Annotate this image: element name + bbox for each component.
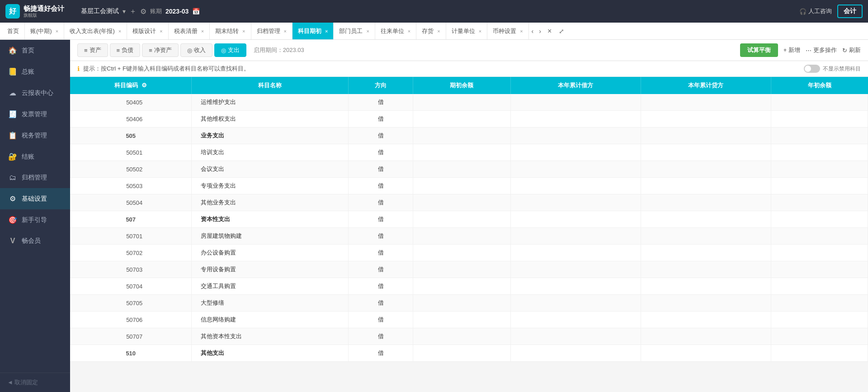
tab-ledger[interactable]: 账(中期) × bbox=[25, 23, 64, 40]
sidebar-item-archive[interactable]: 🗂 归档管理 bbox=[0, 167, 70, 188]
table-row[interactable]: 507 资本性支出 借 bbox=[70, 211, 868, 228]
filter-tab-net-assets[interactable]: ≡ 净资产 bbox=[142, 43, 179, 57]
sidebar-item-member[interactable]: V 畅会员 bbox=[0, 231, 70, 251]
tab-unit-close[interactable]: × bbox=[479, 28, 481, 34]
home-icon: 🏠 bbox=[8, 46, 17, 55]
sidebar-item-invoice[interactable]: 🧾 发票管理 bbox=[0, 104, 70, 125]
refresh-icon: ↻ bbox=[842, 47, 847, 54]
tab-unit[interactable]: 计量单位 × bbox=[446, 23, 487, 40]
tab-period-transfer-close[interactable]: × bbox=[242, 28, 245, 34]
liabilities-icon: ≡ bbox=[117, 47, 120, 54]
cell-opening-balance bbox=[413, 161, 510, 178]
table-row[interactable]: 50504 其他业务支出 借 bbox=[70, 194, 868, 211]
tab-period-transfer[interactable]: 期末结转 × bbox=[210, 23, 251, 40]
add-company-button[interactable]: ＋ bbox=[129, 7, 137, 16]
cell-direction: 借 bbox=[349, 228, 413, 245]
table-row[interactable]: 50406 其他维权支出 借 bbox=[70, 111, 868, 128]
tab-subject-initial-close[interactable]: × bbox=[325, 28, 328, 34]
refresh-button[interactable]: ↻ 刷新 bbox=[842, 46, 861, 54]
cell-year-opening bbox=[771, 194, 868, 211]
table-row[interactable]: 50502 会议支出 借 bbox=[70, 161, 868, 178]
cell-ytd-credit bbox=[641, 328, 771, 345]
table-row[interactable]: 505 业务支出 借 bbox=[70, 128, 868, 144]
tab-currency[interactable]: 币种设置 × bbox=[487, 23, 528, 40]
cell-opening-balance bbox=[413, 245, 510, 261]
table-row[interactable]: 50704 交通工具购置 借 bbox=[70, 278, 868, 295]
period-hint: 启用期间：2023.03 bbox=[254, 46, 304, 54]
table-row[interactable]: 50707 其他资本性支出 借 bbox=[70, 328, 868, 345]
table-row[interactable]: 510 其他支出 借 bbox=[70, 345, 868, 362]
table-row[interactable]: 50405 运维维护支出 借 bbox=[70, 94, 868, 111]
tab-ledger-close[interactable]: × bbox=[56, 28, 58, 34]
cell-code: 50703 bbox=[70, 261, 192, 278]
tab-subject-initial[interactable]: 科目期初 × bbox=[292, 23, 334, 40]
table-row[interactable]: 50701 房屋建筑物购建 借 bbox=[70, 228, 868, 245]
cell-year-opening bbox=[771, 161, 868, 178]
sidebar-item-cloud-report[interactable]: ☁ 云报表中心 bbox=[0, 82, 70, 104]
tab-home[interactable]: 首页 bbox=[2, 23, 25, 40]
cell-opening-balance bbox=[413, 261, 510, 278]
filter-tab-assets[interactable]: ≡ 资产 bbox=[77, 43, 108, 57]
checkout-icon: 🔐 bbox=[8, 152, 17, 161]
toggle-disabled-subjects[interactable]: 不显示禁用科目 bbox=[804, 65, 861, 73]
sidebar-item-checkout[interactable]: 🔐 结账 bbox=[0, 146, 70, 167]
cell-name: 培训支出 bbox=[192, 144, 349, 161]
table-wrap[interactable]: 科目编码 ⚙ 科目名称 方向 期初余额 本年累计借方 本年累计贷方 年初余额 5… bbox=[70, 77, 868, 392]
tab-archive-close[interactable]: × bbox=[284, 28, 287, 34]
tab-counterparty-close[interactable]: × bbox=[408, 28, 410, 34]
tab-income-report-close[interactable]: × bbox=[118, 28, 121, 34]
cell-year-opening bbox=[771, 228, 868, 245]
tab-department[interactable]: 部门员工 × bbox=[334, 23, 375, 40]
table-row[interactable]: 50501 培训支出 借 bbox=[70, 144, 868, 161]
tab-period-transfer-label: 期末结转 bbox=[215, 27, 239, 35]
tab-department-label: 部门员工 bbox=[339, 27, 363, 35]
settings-icon[interactable]: ⚙ bbox=[140, 7, 146, 16]
cell-opening-balance bbox=[413, 128, 510, 144]
column-settings-icon[interactable]: ⚙ bbox=[142, 82, 147, 89]
sidebar-item-ledger[interactable]: 📒 总账 bbox=[0, 61, 70, 82]
account-button[interactable]: 会计 bbox=[837, 5, 863, 18]
tab-archive[interactable]: 归档管理 × bbox=[251, 23, 292, 40]
tab-inventory[interactable]: 存货 × bbox=[416, 23, 446, 40]
cell-ytd-debit bbox=[510, 111, 641, 128]
sidebar-item-tax[interactable]: 📋 税务管理 bbox=[0, 125, 70, 146]
tab-expand[interactable]: ⤢ bbox=[555, 28, 568, 35]
sidebar-item-guide[interactable]: 🎯 新手引导 bbox=[0, 209, 70, 231]
table-row[interactable]: 50503 专项业务支出 借 bbox=[70, 178, 868, 194]
add-button[interactable]: + 新增 bbox=[783, 46, 800, 54]
sidebar-item-home[interactable]: 🏠 首页 bbox=[0, 40, 70, 61]
cell-ytd-credit bbox=[641, 178, 771, 194]
table-row[interactable]: 50706 信息网络购建 借 bbox=[70, 312, 868, 328]
calc-balance-button[interactable]: 试算平衡 bbox=[740, 43, 778, 57]
cell-year-opening bbox=[771, 178, 868, 194]
sidebar-collapse-button[interactable]: ◄ 取消固定 bbox=[0, 373, 70, 392]
table-row[interactable]: 50705 大型修缮 借 bbox=[70, 295, 868, 312]
tab-income-report[interactable]: 收入支出表(年报) × bbox=[64, 23, 127, 40]
switch-track[interactable] bbox=[804, 65, 820, 73]
tab-tax-close[interactable]: × bbox=[201, 28, 204, 34]
tab-nav-next[interactable]: › bbox=[536, 28, 544, 35]
tab-currency-close[interactable]: × bbox=[520, 28, 523, 34]
top-center: 基层工会测试 ▾ ＋ ⚙ 账期 2023-03 📅 bbox=[75, 7, 799, 16]
company-dropdown-icon[interactable]: ▾ bbox=[123, 8, 126, 15]
tab-nav-prev[interactable]: ‹ bbox=[529, 28, 537, 35]
tab-close-all[interactable]: × bbox=[544, 27, 555, 35]
filter-tab-liabilities[interactable]: ≡ 负债 bbox=[110, 43, 141, 57]
sidebar-cloud-report-label: 云报表中心 bbox=[22, 89, 53, 97]
cell-opening-balance bbox=[413, 295, 510, 312]
tab-template-close[interactable]: × bbox=[160, 28, 162, 34]
table-row[interactable]: 50703 专用设备购置 借 bbox=[70, 261, 868, 278]
tab-department-close[interactable]: × bbox=[366, 28, 369, 34]
table-row[interactable]: 50702 办公设备购置 借 bbox=[70, 245, 868, 261]
help-button[interactable]: 🎧 人工咨询 bbox=[799, 7, 832, 15]
tab-template[interactable]: 模版设计 × bbox=[127, 23, 168, 40]
tab-tax[interactable]: 税表清册 × bbox=[169, 23, 210, 40]
tab-inventory-close[interactable]: × bbox=[437, 28, 440, 34]
sidebar-item-basic-settings[interactable]: ⚙ 基础设置 bbox=[0, 188, 70, 209]
filter-tab-expenditure[interactable]: ◎ 支出 bbox=[214, 43, 246, 57]
tab-counterparty[interactable]: 往来单位 × bbox=[375, 23, 416, 40]
more-actions-button[interactable]: ⋯ 更多操作 bbox=[806, 46, 837, 54]
filter-tab-income[interactable]: ◎ 收入 bbox=[180, 43, 212, 57]
cell-code: 50503 bbox=[70, 178, 192, 194]
calendar-icon[interactable]: 📅 bbox=[192, 8, 200, 15]
